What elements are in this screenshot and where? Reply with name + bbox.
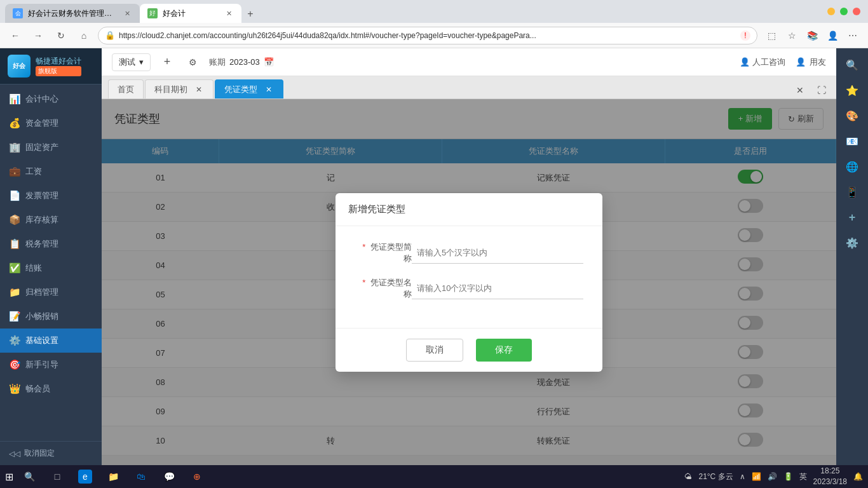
sidebar-item-archive[interactable]: 📁 归档管理 xyxy=(0,280,102,304)
right-star-btn[interactable]: ⭐ xyxy=(841,79,864,102)
company-dropdown-icon: ▾ xyxy=(139,57,144,67)
browser-tab-1[interactable]: 会 好会计云财务软件管理系统_会计 ✕ xyxy=(5,4,140,23)
taskbar-task-view[interactable]: □ xyxy=(45,468,69,485)
forward-button[interactable]: → xyxy=(29,27,47,44)
save-button[interactable]: 保存 xyxy=(476,339,532,362)
sidebar-item-inventory[interactable]: 📦 库存核算 xyxy=(0,208,102,232)
required-star-2: * xyxy=(362,278,365,287)
extensions-btn[interactable]: ⬚ xyxy=(763,27,780,44)
collections-btn[interactable]: 📚 xyxy=(803,27,821,44)
logo-icon: 好会 xyxy=(8,55,31,78)
tab-subject-close[interactable]: ✕ xyxy=(194,85,204,95)
taskbar-time-area: 18:25 2023/3/18 xyxy=(813,466,847,487)
inventory-icon: 📦 xyxy=(9,214,20,226)
taskbar-store[interactable]: 🛍 xyxy=(129,468,153,485)
url-bar[interactable]: 🔒 https://cloud2.chanjet.com/accounting/… xyxy=(98,27,757,44)
report-icon: 📝 xyxy=(9,311,20,322)
right-gear-btn[interactable]: ⚙️ xyxy=(841,231,864,254)
edge-icon: e xyxy=(78,470,92,484)
back-button[interactable]: ← xyxy=(6,27,24,44)
window-minimize[interactable] xyxy=(827,8,835,15)
logo-name: 畅捷通好会计 xyxy=(36,56,81,67)
taskbar-wechat[interactable]: 💬 xyxy=(157,468,181,485)
sidebar-item-funds[interactable]: 💰 资金管理 xyxy=(0,111,102,135)
tab-voucher-type[interactable]: 凭证类型 ✕ xyxy=(215,79,283,98)
tab-home[interactable]: 首页 xyxy=(108,79,144,98)
taskbar-explorer[interactable]: 📁 xyxy=(101,468,125,485)
user-info[interactable]: 👤 用友 xyxy=(796,57,826,68)
right-add-btn[interactable]: + xyxy=(841,206,864,229)
sidebar-footer[interactable]: ◁◁ 取消固定 xyxy=(0,441,102,465)
tab-voucher-label: 凭证类型 xyxy=(224,84,257,95)
sidebar-item-member[interactable]: 👑 畅会员 xyxy=(0,377,102,401)
company-selector[interactable]: 测试 ▾ xyxy=(112,53,151,71)
tab-subject-label: 科目期初 xyxy=(154,84,187,95)
right-search-btn[interactable]: 🔍 xyxy=(841,53,864,76)
tab2-close[interactable]: ✕ xyxy=(224,8,234,18)
reload-button[interactable]: ↻ xyxy=(52,27,70,44)
consult-label: 人工咨询 xyxy=(752,57,785,68)
home-button[interactable]: ⌂ xyxy=(75,27,93,44)
form-row-short: * 凭证类型简称 xyxy=(355,241,583,264)
new-tab-button[interactable]: + xyxy=(241,5,259,23)
sidebar-item-dashboard[interactable]: 📊 会计中心 xyxy=(0,87,102,111)
sidebar-item-label: 发票管理 xyxy=(25,190,58,201)
start-button[interactable]: ⊞ xyxy=(5,471,13,483)
logo-badge: 旗舰版 xyxy=(36,66,81,76)
tab-expand-btn[interactable]: ⛶ xyxy=(813,82,830,98)
taskbar-search[interactable]: 🔍 xyxy=(17,468,41,485)
sidebar-item-label: 固定资产 xyxy=(25,142,58,153)
cancel-button[interactable]: 取消 xyxy=(406,339,463,362)
add-company-btn[interactable]: + xyxy=(158,53,176,71)
sidebar-item-guide[interactable]: 🎯 新手引导 xyxy=(0,353,102,377)
sidebar-item-settings[interactable]: ⚙️ 基础设置 xyxy=(0,329,102,353)
sidebar: 好会 畅捷通好会计 旗舰版 📊 会计中心 💰 资金管理 🏢 固定资产 💼 工资 xyxy=(0,48,102,465)
right-phone-btn[interactable]: 📱 xyxy=(841,180,864,203)
member-icon: 👑 xyxy=(9,383,20,395)
fullname-label: * 凭证类型名称 xyxy=(355,277,412,300)
full-name-input[interactable] xyxy=(412,278,583,299)
short-name-input[interactable] xyxy=(412,242,583,264)
tab-voucher-close[interactable]: ✕ xyxy=(264,85,274,95)
profile-btn[interactable]: 👤 xyxy=(824,27,841,44)
settlement-icon: ✅ xyxy=(9,262,20,274)
sidebar-item-report[interactable]: 📝 小畅报销 xyxy=(0,304,102,329)
window-close[interactable] xyxy=(853,8,860,15)
search-taskbar-icon: 🔍 xyxy=(22,470,36,484)
dashboard-icon: 📊 xyxy=(9,93,20,105)
settings-btn[interactable]: ⚙ xyxy=(184,53,201,71)
browser-actions: ⬚ ☆ 📚 👤 ⋯ xyxy=(763,27,862,44)
favorites-btn[interactable]: ☆ xyxy=(783,27,801,44)
sidebar-item-tax[interactable]: 📋 税务管理 xyxy=(0,232,102,256)
browser-tab-2[interactable]: 好 好会计 ✕ xyxy=(140,4,241,23)
tab2-favicon: 好 xyxy=(147,8,158,18)
tab-subject[interactable]: 科目期初 ✕ xyxy=(145,79,214,98)
top-bar-right: 👤 人工咨询 👤 用友 xyxy=(740,57,826,68)
sidebar-item-salary[interactable]: 💼 工资 xyxy=(0,159,102,184)
app4-icon: ⊕ xyxy=(190,470,204,484)
wechat-icon: 💬 xyxy=(162,470,176,484)
period-calendar-icon[interactable]: 📅 xyxy=(264,57,274,67)
sidebar-item-assets[interactable]: 🏢 固定资产 xyxy=(0,135,102,159)
more-btn[interactable]: ⋯ xyxy=(844,27,862,44)
window-maximize[interactable] xyxy=(840,8,848,15)
taskbar-notification[interactable]: 🔔 xyxy=(853,472,863,481)
taskbar-time: 18:25 xyxy=(813,466,847,477)
invoice-icon: 📄 xyxy=(9,190,20,201)
modal-footer: 取消 保存 xyxy=(336,328,602,372)
consult-button[interactable]: 👤 人工咨询 xyxy=(740,57,785,68)
tax-icon: 📋 xyxy=(9,238,20,250)
taskbar-sound-icon: 🔊 xyxy=(768,472,777,481)
right-globe-btn[interactable]: 🌐 xyxy=(841,155,864,178)
right-email-btn[interactable]: 📧 xyxy=(841,130,864,152)
tab-close-all-btn[interactable]: ✕ xyxy=(792,82,808,98)
sidebar-item-invoice[interactable]: 📄 发票管理 xyxy=(0,184,102,208)
right-theme-btn[interactable]: 🎨 xyxy=(841,104,864,127)
tab1-close[interactable]: ✕ xyxy=(122,8,132,18)
sidebar-item-label: 资金管理 xyxy=(25,118,58,129)
taskbar-right: 🌤 21°C 多云 ∧ 📶 🔊 🔋 英 18:25 2023/3/18 🔔 xyxy=(684,466,863,487)
taskbar-edge[interactable]: e xyxy=(73,468,97,485)
taskbar-app4[interactable]: ⊕ xyxy=(185,468,209,485)
sidebar-item-label: 结账 xyxy=(25,262,42,274)
sidebar-item-settlement[interactable]: ✅ 结账 xyxy=(0,256,102,280)
